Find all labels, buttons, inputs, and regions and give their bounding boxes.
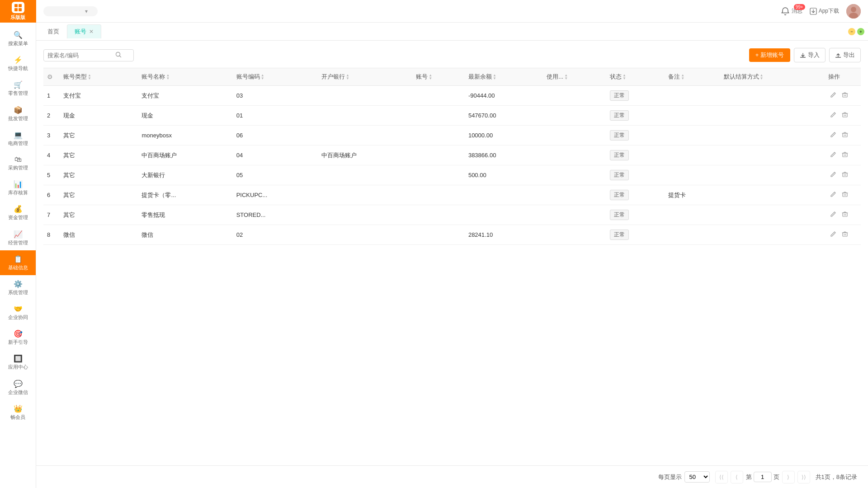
sidebar-item-9[interactable]: 📋 基础信息 (0, 250, 36, 275)
add-account-button[interactable]: + 新增账号 (749, 48, 790, 62)
cell-remark-4 (665, 165, 720, 185)
cell-type-3: 其它 (60, 145, 138, 165)
edit-btn-7[interactable] (828, 230, 838, 239)
delete-btn-4[interactable] (840, 170, 850, 180)
export-button[interactable]: 导出 (829, 48, 861, 62)
tab-account[interactable]: 账号 ✕ (67, 24, 101, 38)
user-avatar[interactable] (846, 4, 861, 19)
delete-btn-1[interactable] (840, 111, 850, 120)
search-input[interactable] (47, 52, 115, 59)
sidebar-item-14[interactable]: 💬 企业微信 (0, 375, 36, 400)
page-input[interactable] (754, 472, 772, 482)
window-maximize-btn[interactable]: ＋ (857, 28, 864, 35)
edit-btn-1[interactable] (828, 111, 838, 120)
page-last-btn[interactable]: ⟩⟩ (797, 471, 810, 483)
sidebar-icon-2: 🛒 (14, 80, 23, 89)
window-minimize-btn[interactable]: － (848, 28, 855, 35)
sidebar-icon-3: 📦 (14, 106, 23, 114)
sidebar-item-2[interactable]: 🛒 零售管理 (0, 76, 36, 101)
page-prev-btn[interactable]: ⟨ (731, 471, 743, 483)
cell-usage-5 (543, 185, 606, 205)
cell-action-4 (825, 165, 861, 185)
delete-btn-7[interactable] (840, 230, 850, 239)
sidebar-item-6[interactable]: 📊 库存核算 (0, 175, 36, 200)
import-button[interactable]: 导入 (794, 48, 826, 62)
topbar-search[interactable]: ▾ (43, 6, 98, 16)
cell-code-3: 04 (233, 145, 318, 165)
cell-type-0: 支付宝 (60, 86, 138, 106)
sidebar-item-8[interactable]: 📈 经营管理 (0, 225, 36, 250)
edit-btn-5[interactable] (828, 190, 838, 200)
delete-btn-5[interactable] (840, 190, 850, 200)
sidebar-item-5[interactable]: 🛍 采购管理 (0, 151, 36, 175)
cell-name-7: 微信 (138, 225, 232, 245)
sidebar-icon-7: 💰 (14, 205, 23, 213)
sidebar-item-1[interactable]: ⚡ 快捷导航 (0, 51, 36, 76)
tab-account-close[interactable]: ✕ (89, 29, 94, 34)
page-first-btn[interactable]: ⟨⟨ (715, 471, 728, 483)
cell-remark-1 (665, 106, 720, 126)
edit-btn-0[interactable] (828, 91, 838, 100)
main-area: ▾ 消息 99+ App下载 (36, 0, 868, 488)
edit-btn-6[interactable] (828, 210, 838, 220)
cell-account-0 (412, 86, 465, 106)
logo-subtext: 乐版版 (10, 14, 25, 21)
tab-account-label: 账号 (75, 28, 86, 36)
sidebar-item-13[interactable]: 🔲 应用中心 (0, 350, 36, 375)
table-settings-icon[interactable]: ⚙ (47, 73, 53, 80)
sidebar-item-0[interactable]: 🔍 搜索菜单 (0, 26, 36, 51)
page-next-btn[interactable]: ⟩ (782, 471, 795, 483)
cell-action-0 (825, 86, 861, 106)
search-wrap[interactable] (43, 49, 134, 61)
delete-btn-0[interactable] (840, 91, 850, 100)
table-row: 3 其它 moneybosx 06 10000.00 正常 (43, 126, 861, 145)
delete-btn-2[interactable] (840, 131, 850, 140)
sidebar-item-7[interactable]: 💰 资金管理 (0, 200, 36, 225)
search-icon-button[interactable] (115, 52, 122, 59)
sidebar-label-10: 系统管理 (8, 290, 28, 296)
cell-code-6: STORED... (233, 205, 318, 225)
col-type: 账号类型 ▲▼ (60, 68, 138, 86)
account-table: ⚙ 账号类型 ▲▼ 账号名称 ▲▼ (43, 68, 861, 245)
sidebar-item-10[interactable]: ⚙️ 系统管理 (0, 275, 36, 300)
sidebar-icon-11: 🤝 (14, 305, 23, 313)
sidebar-item-11[interactable]: 🤝 企业协同 (0, 300, 36, 325)
topbar-search-input[interactable] (49, 8, 85, 14)
svg-rect-11 (843, 94, 847, 97)
cell-bank-1 (318, 106, 412, 126)
delete-btn-6[interactable] (840, 210, 850, 220)
svg-rect-13 (843, 133, 847, 137)
page-size-label: 每页显示 (658, 473, 682, 481)
topbar-dropdown-arrow[interactable]: ▾ (85, 8, 88, 14)
sidebar-item-12[interactable]: 🎯 新手引导 (0, 325, 36, 350)
export-icon (835, 52, 841, 58)
row-num-3: 4 (43, 145, 60, 165)
page-total: 共1页，8条记录 (816, 473, 857, 481)
sidebar-icon-8: 📈 (14, 230, 23, 239)
edit-btn-2[interactable] (828, 131, 838, 140)
message-button[interactable]: 消息 99+ (781, 7, 802, 16)
cell-settlement-0 (720, 86, 825, 106)
delete-btn-3[interactable] (840, 150, 850, 160)
cell-settlement-7 (720, 225, 825, 245)
cell-remark-3 (665, 145, 720, 165)
page-size-select[interactable]: 50 100 (684, 471, 710, 483)
download-icon (810, 8, 817, 15)
cell-account-2 (412, 126, 465, 145)
cell-action-5 (825, 185, 861, 205)
app-download-label: App下载 (819, 7, 839, 15)
cell-usage-2 (543, 126, 606, 145)
status-badge-2: 正常 (610, 130, 629, 141)
tab-home[interactable]: 首页 (40, 24, 67, 38)
sidebar-item-15[interactable]: 👑 畅会员 (0, 400, 36, 425)
sidebar-item-4[interactable]: 💻 电商管理 (0, 126, 36, 151)
sidebar-item-3[interactable]: 📦 批发管理 (0, 101, 36, 126)
sidebar-label-9: 基础信息 (8, 265, 28, 271)
cell-settlement-1 (720, 106, 825, 126)
edit-btn-3[interactable] (828, 150, 838, 160)
cell-type-7: 微信 (60, 225, 138, 245)
bell-icon (781, 7, 790, 16)
edit-btn-4[interactable] (828, 170, 838, 180)
app-download-button[interactable]: App下载 (810, 7, 839, 15)
cell-code-4: 05 (233, 165, 318, 185)
